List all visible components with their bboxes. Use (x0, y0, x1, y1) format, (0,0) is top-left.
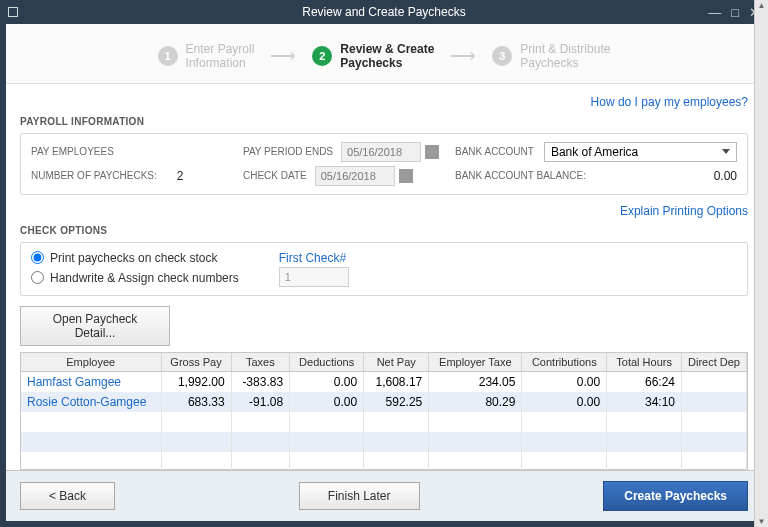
maximize-icon[interactable]: □ (731, 5, 739, 20)
cell-net: 592.25 (364, 392, 429, 412)
create-paychecks-button[interactable]: Create Paychecks (603, 481, 748, 511)
explain-link-row: Explain Printing Options (20, 201, 748, 219)
radio-handwrite-label: Handwrite & Assign check numbers (50, 271, 239, 285)
check-options-box: Print paychecks on check stock Handwrite… (20, 242, 748, 296)
col-employee[interactable]: Employee (21, 353, 161, 372)
step-print-distribute: 3 Print & Distribute Paychecks (492, 42, 610, 71)
cell-employee[interactable]: Hamfast Gamgee (21, 371, 161, 392)
open-paycheck-detail-button[interactable]: Open Paycheck Detail... (20, 306, 170, 346)
radio-handwrite-input[interactable] (31, 271, 44, 284)
col-deductions[interactable]: Deductions (290, 353, 364, 372)
cell-emptax: 234.05 (429, 371, 522, 392)
step-review-create: 2 Review & Create Paychecks (312, 42, 434, 71)
cell-taxes: -91.08 (231, 392, 289, 412)
footer-bar: < Back Finish Later Create Paychecks (6, 470, 762, 521)
cell-contrib: 0.00 (522, 392, 607, 412)
table-row[interactable]: Rosie Cotton-Gamgee 683.33 -91.08 0.00 5… (21, 392, 747, 412)
wizard-steps: 1 Enter Payroll Information ⟶ 2 Review &… (6, 24, 762, 84)
cell-hours: 34:10 (607, 392, 682, 412)
chevron-down-icon (722, 149, 730, 154)
cell-net: 1,608.17 (364, 371, 429, 392)
explain-printing-link[interactable]: Explain Printing Options (620, 204, 748, 218)
window-controls: — □ ✕ (708, 5, 760, 20)
cell-hours: 66:24 (607, 371, 682, 392)
paycheck-table: Employee Gross Pay Taxes Deductions Net … (21, 353, 747, 470)
first-check-label: First Check# (279, 251, 349, 265)
table-row-empty (21, 412, 747, 432)
payroll-info-box: PAY EMPLOYEES PAY PERIOD ENDS BANK ACCOU… (20, 133, 748, 195)
bank-account-label: BANK ACCOUNT (455, 146, 534, 157)
cell-direct (682, 371, 747, 392)
titlebar: Review and Create Paychecks — □ ✕ (0, 0, 768, 24)
first-check-input[interactable] (279, 267, 349, 287)
cell-taxes: -383.83 (231, 371, 289, 392)
col-contrib[interactable]: Contributions (522, 353, 607, 372)
check-date-label: CHECK DATE (243, 170, 307, 181)
bank-balance-label: BANK ACCOUNT BALANCE: (455, 170, 586, 181)
payroll-info-title: PAYROLL INFORMATION (20, 116, 748, 127)
num-paychecks-label: NUMBER OF PAYCHECKS: (31, 170, 157, 181)
cell-gross: 1,992.00 (161, 371, 231, 392)
col-netpay[interactable]: Net Pay (364, 353, 429, 372)
cell-emptax: 80.29 (429, 392, 522, 412)
back-button[interactable]: < Back (20, 482, 115, 510)
calendar-icon[interactable] (399, 169, 413, 183)
step-2-label: Review & Create Paychecks (340, 42, 434, 71)
step-enter-payroll: 1 Enter Payroll Information (158, 42, 255, 71)
num-paychecks-value: 2 (177, 169, 184, 183)
calendar-icon[interactable] (425, 145, 439, 159)
bank-account-select[interactable]: Bank of America (544, 142, 737, 162)
radio-print-stock-label: Print paychecks on check stock (50, 251, 217, 265)
table-row[interactable]: Hamfast Gamgee 1,992.00 -383.83 0.00 1,6… (21, 371, 747, 392)
col-direct[interactable]: Direct Dep (682, 353, 747, 372)
help-link-row: How do I pay my employees? (20, 92, 748, 110)
pay-period-ends-input[interactable] (341, 142, 421, 162)
window-title: Review and Create Paychecks (302, 5, 465, 19)
table-row-empty (21, 452, 747, 470)
col-gross[interactable]: Gross Pay (161, 353, 231, 372)
help-link[interactable]: How do I pay my employees? (591, 95, 748, 109)
pay-employees-label: PAY EMPLOYEES (31, 146, 231, 157)
popout-icon[interactable] (8, 7, 18, 17)
step-3-circle: 3 (492, 46, 512, 66)
cell-deductions: 0.00 (290, 371, 364, 392)
arrow-icon: ⟶ (270, 45, 296, 67)
paycheck-table-wrap: Employee Gross Pay Taxes Deductions Net … (20, 352, 748, 470)
col-hours[interactable]: Total Hours (607, 353, 682, 372)
step-1-label: Enter Payroll Information (186, 42, 255, 71)
bank-balance-value: 0.00 (714, 169, 737, 183)
step-3-label: Print & Distribute Paychecks (520, 42, 610, 71)
step-2-circle: 2 (312, 46, 332, 66)
table-row-empty (21, 432, 747, 452)
cell-direct (682, 392, 747, 412)
bank-account-value: Bank of America (551, 145, 638, 159)
minimize-icon[interactable]: — (708, 5, 721, 20)
pay-period-ends-label: PAY PERIOD ENDS (243, 146, 333, 157)
cell-deductions: 0.00 (290, 392, 364, 412)
check-options-title: CHECK OPTIONS (20, 225, 748, 236)
col-taxes[interactable]: Taxes (231, 353, 289, 372)
table-scrollbar[interactable]: ▲▼ (754, 84, 762, 470)
main-container: 1 Enter Payroll Information ⟶ 2 Review &… (6, 24, 762, 521)
content-area: How do I pay my employees? PAYROLL INFOR… (6, 84, 762, 470)
radio-handwrite[interactable]: Handwrite & Assign check numbers (31, 271, 239, 285)
cell-employee[interactable]: Rosie Cotton-Gamgee (21, 392, 161, 412)
radio-print-stock-input[interactable] (31, 251, 44, 264)
col-emptax[interactable]: Employer Taxe (429, 353, 522, 372)
step-1-circle: 1 (158, 46, 178, 66)
radio-print-stock[interactable]: Print paychecks on check stock (31, 251, 239, 265)
arrow-icon: ⟶ (450, 45, 476, 67)
cell-gross: 683.33 (161, 392, 231, 412)
check-date-input[interactable] (315, 166, 395, 186)
finish-later-button[interactable]: Finish Later (299, 482, 420, 510)
cell-contrib: 0.00 (522, 371, 607, 392)
